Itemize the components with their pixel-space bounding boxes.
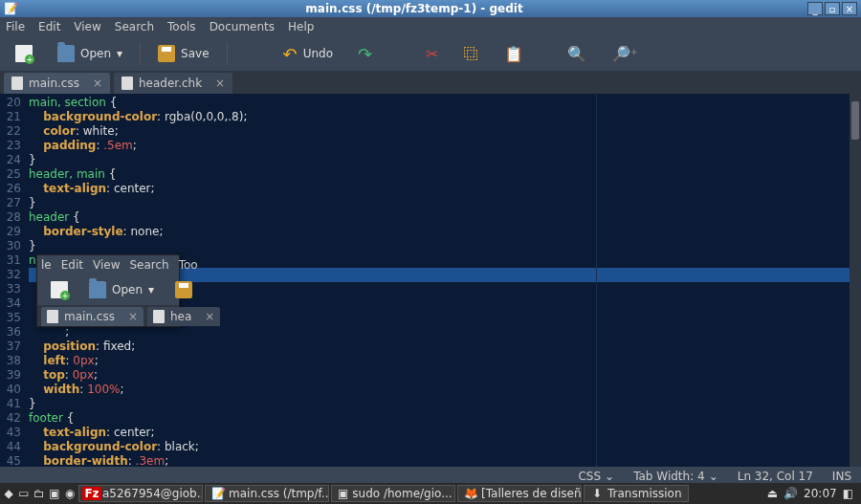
line-number: 28 xyxy=(0,210,21,225)
menu-view[interactable]: View xyxy=(74,20,100,33)
tray-icon[interactable]: ⏏ xyxy=(767,487,778,500)
document-tab[interactable]: main.css× xyxy=(4,73,110,94)
document-tab[interactable]: main.css× xyxy=(41,307,144,326)
redo-button[interactable]: ↷ xyxy=(350,40,380,68)
code-line[interactable]: padding: .5em; xyxy=(29,139,850,153)
menu-file[interactable]: File xyxy=(6,20,25,33)
tab-close-icon[interactable]: × xyxy=(215,77,225,90)
code-line[interactable]: border-width: .3em; xyxy=(29,454,850,469)
document-tab[interactable]: header.chk× xyxy=(114,73,232,94)
clipboard-icon: 📋 xyxy=(504,45,523,63)
scrollbar[interactable] xyxy=(850,94,861,467)
code-line[interactable]: } xyxy=(29,397,850,411)
line-number: 44 xyxy=(0,440,21,454)
open-label: Open xyxy=(80,47,111,60)
new-doc-button[interactable] xyxy=(8,41,40,66)
taskbar-item[interactable]: 🦊[Talleres de diseñ... xyxy=(457,485,582,502)
tab-close-icon[interactable]: × xyxy=(128,310,138,323)
maximize-button[interactable]: ▫ xyxy=(825,2,840,15)
undo-label: Undo xyxy=(303,47,333,60)
close-button[interactable]: × xyxy=(842,2,857,15)
taskbar-item[interactable]: Fza5267954@giob... xyxy=(78,485,203,502)
line-number: 20 xyxy=(0,96,21,110)
line-number: 27 xyxy=(0,196,21,210)
menu-tools[interactable]: Tools xyxy=(167,20,196,33)
menu-tools[interactable]: Too xyxy=(179,258,198,272)
code-line[interactable]: header { xyxy=(29,210,850,225)
new-doc-button[interactable] xyxy=(43,277,76,302)
language-selector[interactable]: CSS ⌄ xyxy=(578,470,614,483)
floated-tabbar: main.css×hea× xyxy=(37,305,179,326)
save-button[interactable] xyxy=(167,277,200,302)
code-line[interactable]: top: 0px; xyxy=(29,368,850,383)
menu-help[interactable]: Help xyxy=(288,20,314,33)
show-desktop-icon[interactable]: ▭ xyxy=(17,487,31,500)
code-line[interactable]: } xyxy=(29,153,850,167)
system-tray: ⏏ 🔊 20:07 ◧ xyxy=(767,487,859,500)
document-icon xyxy=(11,77,23,90)
menu-view[interactable]: View xyxy=(93,258,120,272)
code-line[interactable]: border-style: none; xyxy=(29,225,850,239)
scrollbar-thumb[interactable] xyxy=(851,101,859,140)
line-gutter: 2021222324252627282930313233343536373839… xyxy=(0,94,27,467)
taskbar-item[interactable]: 📝main.css (/tmp/f... xyxy=(205,485,329,502)
line-number: 35 xyxy=(0,311,21,325)
document-tab[interactable]: hea× xyxy=(147,307,220,326)
open-button[interactable]: Open ▾ xyxy=(50,41,130,66)
line-number: 45 xyxy=(0,454,21,469)
file-manager-icon[interactable]: 🗀 xyxy=(33,487,46,500)
tab-close-icon[interactable]: × xyxy=(93,77,102,90)
menu-documents[interactable]: Documents xyxy=(210,20,275,33)
undo-button[interactable]: ↶ Undo xyxy=(276,40,341,68)
volume-icon[interactable]: 🔊 xyxy=(784,487,798,500)
code-line[interactable]: color: white; xyxy=(29,124,850,139)
cut-button[interactable]: ✂ xyxy=(418,41,446,67)
menu-file[interactable]: le xyxy=(41,258,52,272)
clock[interactable]: 20:07 xyxy=(804,487,837,500)
line-number: 22 xyxy=(0,124,21,139)
code-line[interactable]: position: fixed; xyxy=(29,340,850,354)
line-number: 39 xyxy=(0,368,21,383)
code-line[interactable]: width: 100%; xyxy=(29,383,850,397)
find-button[interactable]: 🔍 xyxy=(560,41,594,67)
code-line[interactable]: ; xyxy=(29,325,850,340)
magnify-icon: 🔍 xyxy=(567,45,586,63)
tray-icon[interactable]: ◧ xyxy=(843,487,853,500)
code-line[interactable]: text-align: center; xyxy=(29,426,850,440)
open-button[interactable]: Open▾ xyxy=(81,277,162,302)
code-line[interactable]: text-align: center; xyxy=(29,182,850,196)
code-line[interactable]: main, section { xyxy=(29,96,850,110)
menu-search[interactable]: Search xyxy=(129,258,168,272)
menu-edit[interactable]: Edit xyxy=(38,20,60,33)
paste-button[interactable]: 📋 xyxy=(497,41,531,67)
code-line[interactable]: } xyxy=(29,239,850,253)
floated-gedit-window[interactable]: le Edit View Search Too Open▾ main.css×h… xyxy=(36,254,180,327)
code-line[interactable]: background-color: black; xyxy=(29,440,850,454)
save-button[interactable]: Save xyxy=(150,41,216,66)
code-line[interactable]: footer { xyxy=(29,411,850,426)
find-replace-button[interactable]: 🔎⁺ xyxy=(604,41,646,67)
menu-search[interactable]: Search xyxy=(115,20,154,33)
browser-icon[interactable]: ◉ xyxy=(63,487,77,500)
taskbar-item[interactable]: ▣sudo /home/gio... xyxy=(331,485,455,502)
code-line[interactable]: left: 0px; xyxy=(29,354,850,368)
line-number: 37 xyxy=(0,340,21,354)
separator xyxy=(140,42,141,65)
line-number: 29 xyxy=(0,225,21,239)
tab-label: hea xyxy=(170,310,191,323)
menu-edit[interactable]: Edit xyxy=(61,258,83,272)
tab-close-icon[interactable]: × xyxy=(205,310,214,323)
minimize-button[interactable]: _ xyxy=(807,2,823,15)
task-icon: ⬇ xyxy=(590,487,604,500)
line-number: 40 xyxy=(0,383,21,397)
code-line[interactable]: background-color: rgba(0,0,0,.8); xyxy=(29,110,850,124)
copy-button[interactable]: ⿻ xyxy=(456,41,487,67)
taskbar-item[interactable]: ⬇Transmission xyxy=(584,485,689,502)
tab-width-selector[interactable]: Tab Width: 4 ⌄ xyxy=(633,470,718,483)
terminal-icon[interactable]: ▣ xyxy=(48,487,61,500)
code-line[interactable]: } xyxy=(29,196,850,210)
code-line[interactable]: header, main { xyxy=(29,167,850,182)
start-menu-icon[interactable]: ◆ xyxy=(2,487,15,500)
chevron-down-icon: ▾ xyxy=(117,47,122,60)
insert-mode[interactable]: INS xyxy=(832,470,851,483)
